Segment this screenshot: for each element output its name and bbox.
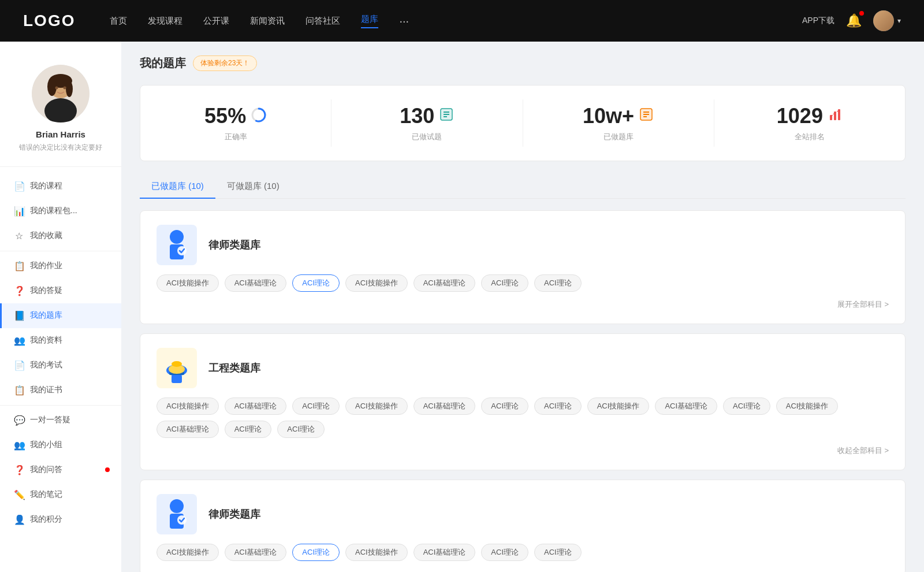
tag[interactable]: ACI技能操作 (157, 274, 219, 292)
nav-open-course[interactable]: 公开课 (203, 16, 229, 27)
nav-qa[interactable]: 问答社区 (305, 16, 340, 27)
bank-icon-lawyer-1 (157, 225, 197, 265)
tag[interactable]: ACI基础理论 (157, 421, 219, 438)
stat-done-label: 已做试题 (412, 132, 442, 142)
tag[interactable]: ACI基础理论 (413, 398, 476, 415)
page-title: 我的题库 (140, 55, 186, 71)
sidebar-item-one-on-one[interactable]: 💬 一对一答疑 (0, 408, 121, 433)
sidebar-item-qa-answer[interactable]: ❓ 我的答疑 (0, 278, 121, 303)
sidebar-item-course-package[interactable]: 📊 我的课程包... (0, 199, 121, 224)
tag[interactable]: ACI技能操作 (345, 274, 408, 292)
stats-row: 55% 正确率 130 (140, 85, 906, 161)
expand-link[interactable]: 展开全部科目 > (837, 300, 889, 309)
bank-tags-lawyer-2: ACI技能操作 ACI基础理论 ACI理论 ACI技能操作 ACI基础理论 AC… (157, 544, 889, 561)
stat-rank-top: 1029 (777, 104, 843, 128)
bar-chart-icon (828, 107, 843, 125)
sidebar-item-question-bank[interactable]: 📘 我的题库 (0, 303, 121, 328)
tag[interactable]: ACI技能操作 (157, 544, 219, 561)
bank-header-lawyer-1: 律师类题库 (157, 225, 889, 265)
tag[interactable]: ACI基础理论 (225, 398, 287, 415)
tag[interactable]: ACI技能操作 (157, 398, 219, 415)
svg-point-23 (170, 230, 184, 244)
tag[interactable]: ACI技能操作 (776, 398, 839, 415)
tabs: 已做题库 (10) 可做题库 (10) (140, 175, 906, 199)
sidebar-item-my-course[interactable]: 📄 我的课程 (0, 174, 121, 199)
tag[interactable]: ACI理论 (534, 544, 582, 561)
tag[interactable]: ACI基础理论 (413, 274, 476, 292)
sidebar-item-points[interactable]: 👤 我的积分 (0, 507, 121, 532)
user-motto: 错误的决定比没有决定要好 (12, 143, 110, 153)
stat-accuracy-value: 55% (204, 104, 246, 128)
sidebar-item-label: 我的资料 (30, 335, 62, 346)
svg-point-6 (55, 87, 58, 90)
sidebar-item-label: 我的问答 (30, 465, 62, 475)
group-icon: 👥 (14, 440, 24, 451)
sidebar-item-label: 我的证书 (30, 385, 62, 395)
sidebar-item-notes[interactable]: ✏️ 我的笔记 (0, 482, 121, 507)
tag[interactable]: ACI理论 (723, 398, 770, 415)
collapse-link[interactable]: 收起全部科目 > (837, 446, 889, 455)
bank-icon: 📘 (14, 310, 24, 321)
sidebar-item-exam[interactable]: 📄 我的考试 (0, 353, 121, 378)
user-profile: Brian Harris 错误的决定比没有决定要好 (0, 55, 121, 167)
tag[interactable]: ACI技能操作 (587, 398, 650, 415)
user-avatar-header[interactable]: ▾ (873, 10, 901, 31)
nav-home[interactable]: 首页 (110, 16, 127, 27)
tag-active[interactable]: ACI理论 (292, 274, 340, 292)
sidebar-item-my-qa[interactable]: ❓ 我的问答 (0, 458, 121, 482)
sidebar-menu: 📄 我的课程 📊 我的课程包... ☆ 我的收藏 📋 我的作业 ❓ 我的答疑 � (0, 167, 121, 539)
profile-icon: 👥 (14, 335, 24, 346)
list-green-icon (439, 107, 454, 125)
tab-available-banks[interactable]: 可做题库 (10) (215, 175, 291, 199)
sidebar-item-homework[interactable]: 📋 我的作业 (0, 254, 121, 278)
user-avatar-sidebar (32, 65, 90, 122)
sidebar-item-label: 我的小组 (30, 440, 62, 450)
tag[interactable]: ACI理论 (277, 421, 325, 438)
username: Brian Harris (12, 129, 110, 139)
list-orange-icon (639, 107, 654, 125)
tag[interactable]: ACI理论 (481, 274, 528, 292)
sidebar-item-favorites[interactable]: ☆ 我的收藏 (0, 224, 121, 248)
user-menu-chevron: ▾ (897, 17, 901, 25)
notes-icon: ✏️ (14, 489, 24, 500)
svg-point-30 (172, 361, 182, 367)
stat-done-banks: 10w+ 已做题库 (523, 99, 714, 147)
nav-more[interactable]: ··· (399, 14, 409, 28)
tag[interactable]: ACI基础理论 (655, 398, 717, 415)
tag[interactable]: ACI理论 (481, 398, 528, 415)
sidebar-item-certificate[interactable]: 📋 我的证书 (0, 378, 121, 403)
course-icon: 📄 (14, 181, 24, 192)
tag[interactable]: ACI基础理论 (225, 274, 287, 292)
tag[interactable]: ACI技能操作 (345, 544, 408, 561)
tag-active[interactable]: ACI理论 (292, 544, 340, 561)
sidebar-item-profile[interactable]: 👥 我的资料 (0, 328, 121, 353)
notification-bell[interactable]: 🔔 (846, 13, 862, 28)
my-qa-icon: ❓ (14, 465, 24, 476)
menu-divider-2 (0, 405, 121, 406)
bank-section-lawyer-1: 律师类题库 ACI技能操作 ACI基础理论 ACI理论 ACI技能操作 ACI基… (140, 210, 906, 324)
stat-rank-value: 1029 (777, 104, 823, 128)
nav-discover[interactable]: 发现课程 (148, 16, 182, 27)
app-download-button[interactable]: APP下载 (802, 16, 834, 26)
tag[interactable]: ACI理论 (225, 421, 272, 438)
tag[interactable]: ACI理论 (534, 274, 582, 292)
sidebar-item-group[interactable]: 👥 我的小组 (0, 433, 121, 458)
bank-tags-engineer: ACI技能操作 ACI基础理论 ACI理论 ACI技能操作 ACI基础理论 AC… (157, 398, 889, 438)
tag[interactable]: ACI理论 (292, 398, 340, 415)
bank-section-lawyer-2: 律师类题库 ACI技能操作 ACI基础理论 ACI理论 ACI技能操作 ACI基… (140, 480, 906, 572)
menu-divider-1 (0, 251, 121, 251)
tag[interactable]: ACI理论 (481, 544, 528, 561)
tag[interactable]: ACI理论 (534, 398, 582, 415)
nav-news[interactable]: 新闻资讯 (250, 16, 285, 27)
sidebar: Brian Harris 错误的决定比没有决定要好 📄 我的课程 📊 我的课程包… (0, 42, 121, 572)
circle-progress-icon (251, 107, 267, 125)
tab-done-banks[interactable]: 已做题库 (10) (140, 175, 215, 199)
svg-point-7 (64, 87, 66, 90)
tag[interactable]: ACI基础理论 (413, 544, 476, 561)
sidebar-item-label: 我的积分 (30, 514, 62, 525)
tag[interactable]: ACI技能操作 (345, 398, 408, 415)
one-on-one-icon: 💬 (14, 415, 24, 426)
nav-exam[interactable]: 题库 (361, 14, 378, 28)
tag[interactable]: ACI基础理论 (225, 544, 287, 561)
sidebar-item-label: 我的笔记 (30, 489, 62, 500)
